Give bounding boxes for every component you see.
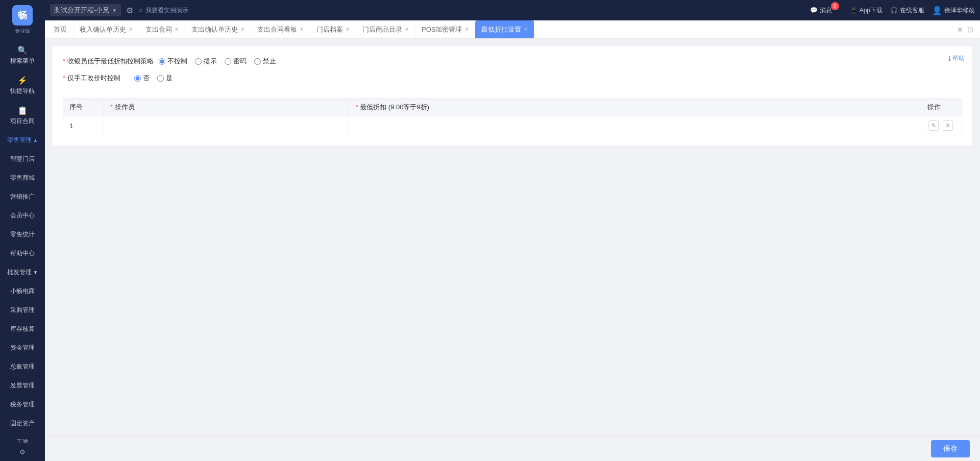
project-selector[interactable]: 测试分开开程-小兄 ▼ [50, 4, 121, 16]
sidebar-item-retail-mgmt[interactable]: 零售管理 ▲ [0, 131, 45, 150]
phone-icon: 📱 [850, 7, 857, 14]
sidebar-item-fund-mgmt[interactable]: 资金管理 [0, 338, 45, 357]
tab-expenditure-confirm-history[interactable]: 支出确认单历史 ✕ [185, 20, 251, 39]
sidebar-item-inventory[interactable]: 库存核算 [0, 320, 45, 338]
manual-price-yes[interactable]: 是 [157, 74, 173, 83]
sidebar-logo: 畅 专业版 [0, 0, 45, 40]
logo-text: 专业版 [15, 28, 30, 35]
sidebar-item-search-menu[interactable]: 🔍 搜索菜单 [0, 40, 45, 70]
tab-min-discount-close[interactable]: ✕ [524, 27, 528, 32]
sidebar-item-tax-mgmt[interactable]: 税务管理 [0, 395, 45, 414]
row-delete-button[interactable]: ✕ [943, 120, 953, 131]
headset-icon: 🎧 [890, 7, 898, 14]
tab-expenditure-kanban[interactable]: 支出合同看板 ✕ [251, 20, 310, 39]
sidebar-item-label-helpcenter: 帮助中心 [10, 249, 35, 258]
logo-icon: 畅 [12, 5, 33, 26]
sidebar-item-salary[interactable]: 工资 [0, 433, 45, 443]
sidebar-item-ecommerce[interactable]: 小畅电商 [0, 282, 45, 301]
tab-more-icon[interactable]: ⊡ [967, 26, 973, 34]
sidebar-nav: 🔍 搜索菜单 ⚡ 快捷导航 📋 项目合同 零售管理 ▲ 智慧门店 零售商城 营销… [0, 40, 45, 443]
sidebar-item-label-retailmall: 零售商城 [10, 174, 35, 182]
help-circle-icon: ℹ [948, 55, 951, 62]
topbar-demo[interactable]: ○ 我要看实例演示 [138, 6, 188, 15]
manual-price-label: 仅手工改价时控制 [63, 74, 129, 83]
policy-forbidden[interactable]: 禁止 [254, 57, 276, 66]
main-area: 测试分开开程-小兄 ▼ ⚙ ○ 我要看实例演示 💬 消息 8 📱 App下载 🎧… [45, 0, 980, 461]
sidebar-item-invoice-mgmt[interactable]: 发票管理 [0, 376, 45, 395]
policy-hint[interactable]: 提示 [195, 57, 217, 66]
sidebar: 畅 专业版 🔍 搜索菜单 ⚡ 快捷导航 📋 项目合同 零售管理 ▲ 智慧门店 零… [0, 0, 45, 461]
row-edit-button[interactable]: ✎ [928, 120, 939, 131]
settings-gear-icon: ⚙ [19, 448, 26, 456]
tab-close-all-icon[interactable]: ✕ [957, 26, 963, 34]
row-actions: ✎ ✕ [921, 116, 962, 135]
project-dropdown-icon: ▼ [112, 8, 117, 13]
tab-income-confirm-history[interactable]: 收入确认单历史 ✕ [74, 20, 139, 39]
policy-password[interactable]: 密码 [225, 57, 247, 66]
cashier-policy-row: 收银员低于最低折扣控制策略 不控制 提示 密码 [63, 57, 962, 66]
sidebar-item-retail-mall[interactable]: 零售商城 [0, 168, 45, 187]
demo-circle-icon: ○ [138, 6, 142, 14]
tab-expenditure-confirm-history-close[interactable]: ✕ [240, 27, 244, 32]
tab-pos-encrypt-close[interactable]: ✕ [464, 27, 469, 32]
tab-store-product-close[interactable]: ✕ [405, 27, 409, 32]
row-min-discount[interactable] [349, 116, 921, 135]
sidebar-item-project-contract[interactable]: 📋 项目合同 [0, 101, 45, 131]
manual-price-no[interactable]: 否 [134, 74, 150, 83]
sidebar-item-label-retail: 零售管理 [7, 136, 32, 144]
tab-store-archive-close[interactable]: ✕ [346, 27, 350, 32]
customer-service-item[interactable]: 🎧 在线客服 [890, 6, 924, 15]
sidebar-item-retail-stats[interactable]: 零售统计 [0, 225, 45, 244]
tab-pos-encrypt[interactable]: POS加密管理 ✕ [415, 20, 475, 39]
policy-password-label: 密码 [233, 57, 247, 66]
sidebar-item-label-salary: 工资 [16, 438, 29, 443]
tab-income-confirm-history-label: 收入确认单历史 [80, 25, 126, 34]
save-button[interactable]: 保存 [931, 440, 970, 457]
sidebar-item-fixed-assets[interactable]: 固定资产 [0, 414, 45, 433]
tab-store-product[interactable]: 门店商品目录 ✕ [356, 20, 415, 39]
col-operator: * 操作员 [104, 99, 349, 116]
sidebar-item-label-quicknav: 快捷导航 [10, 87, 35, 95]
tab-expenditure-contract-close[interactable]: ✕ [175, 27, 179, 32]
sidebar-item-label-invoice: 发票管理 [10, 381, 35, 390]
demo-text: 我要看实例演示 [145, 6, 188, 15]
sidebar-settings[interactable]: ⚙ [0, 443, 45, 461]
sidebar-item-label-marketing: 营销推广 [10, 192, 35, 201]
sidebar-item-purchase-mgmt[interactable]: 采购管理 [0, 301, 45, 320]
tab-store-archive[interactable]: 门店档案 ✕ [310, 20, 356, 39]
user-item[interactable]: 👤 徐泽华修改 [932, 6, 975, 15]
col-actions: 操作 [921, 99, 962, 116]
cashier-policy-label: 收银员低于最低折扣控制策略 [63, 57, 154, 66]
policy-no-control[interactable]: 不控制 [159, 57, 187, 66]
cashier-policy-options: 不控制 提示 密码 禁止 [159, 57, 276, 66]
tabbar: 首页 收入确认单历史 ✕ 支出合同 ✕ 支出确认单历史 ✕ 支出合同看板 ✕ 门… [45, 20, 980, 39]
tab-expenditure-contract[interactable]: 支出合同 ✕ [139, 20, 185, 39]
sidebar-item-quick-nav[interactable]: ⚡ 快捷导航 [0, 70, 45, 101]
tab-expenditure-contract-label: 支出合同 [145, 25, 172, 34]
messages-item[interactable]: 💬 消息 8 [810, 6, 842, 15]
quick-nav-icon: ⚡ [17, 76, 28, 85]
tab-home-label: 首页 [54, 25, 67, 34]
sidebar-item-label-ledger: 总账管理 [10, 362, 35, 371]
sidebar-item-ledger-mgmt[interactable]: 总账管理 [0, 357, 45, 376]
topbar-settings-icon[interactable]: ⚙ [126, 6, 133, 15]
topbar-right: 💬 消息 8 📱 App下载 🎧 在线客服 👤 徐泽华修改 [810, 6, 975, 15]
app-download-label: App下载 [860, 6, 883, 15]
sidebar-item-label-tax: 税务管理 [10, 400, 35, 409]
sidebar-item-wholesale-mgmt[interactable]: 批发管理 ▼ [0, 263, 45, 282]
sidebar-item-help-center[interactable]: 帮助中心 [0, 244, 45, 263]
message-label: 消息 [820, 6, 832, 15]
help-link[interactable]: ℹ 帮助 [948, 54, 965, 63]
message-icon: 💬 [810, 7, 818, 14]
user-name: 徐泽华修改 [944, 6, 975, 15]
tab-income-confirm-history-close[interactable]: ✕ [129, 27, 133, 32]
sidebar-item-smart-store[interactable]: 智慧门店 [0, 150, 45, 168]
app-download-item[interactable]: 📱 App下载 [850, 6, 883, 15]
tab-expenditure-kanban-close[interactable]: ✕ [300, 27, 304, 32]
sidebar-item-marketing[interactable]: 营销推广 [0, 187, 45, 206]
row-operator[interactable] [104, 116, 349, 135]
sidebar-item-member-center[interactable]: 会员中心 [0, 206, 45, 225]
tab-min-discount[interactable]: 最低折扣设置 ✕ [475, 20, 534, 39]
tab-home[interactable]: 首页 [47, 20, 74, 39]
sidebar-item-label-smartstore: 智慧门店 [10, 155, 35, 163]
